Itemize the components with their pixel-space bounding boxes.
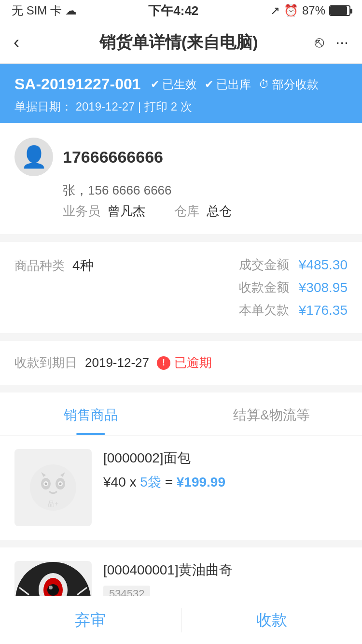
tabs-row: 销售商品 结算&物流等 xyxy=(0,392,362,435)
status-shipped: ✔ 已出库 xyxy=(205,77,251,92)
product-card: 品+ [0000002]面包 ¥40 x 5袋 = ¥199.99 xyxy=(0,435,362,540)
product-eq-1: = xyxy=(165,475,177,490)
tabs-section: 销售商品 结算&物流等 xyxy=(0,392,362,435)
product-price-1: ¥40 x 5袋 = ¥199.99 xyxy=(103,473,348,491)
owed-amount-value: ¥176.35 xyxy=(299,303,348,318)
type-label: 商品种类 xyxy=(14,257,65,274)
date-label: 单据日期： xyxy=(14,100,72,113)
type-count: 4种 xyxy=(72,256,94,275)
due-date-value: 2019-12-27 xyxy=(85,355,149,370)
back-button[interactable]: ‹ xyxy=(14,32,42,53)
date-separator: | xyxy=(138,100,144,113)
product-image-1: 品+ xyxy=(14,449,92,526)
more-button[interactable]: ··· xyxy=(335,33,348,51)
svg-text:品+: 品+ xyxy=(48,500,58,507)
product-unit-price-1: ¥40 x xyxy=(103,475,140,490)
customer-name: 张，156 6666 6666 xyxy=(14,182,348,199)
order-number: SA-20191227-001 xyxy=(14,75,141,93)
tab-settlement[interactable]: 结算&物流等 xyxy=(181,392,362,435)
svg-point-6 xyxy=(59,483,62,485)
warehouse-info: 仓库 总仓 xyxy=(174,203,232,220)
sales-label: 业务员 xyxy=(63,204,100,218)
status-time: 下午4:42 xyxy=(148,2,198,19)
export-button[interactable]: ⎋ xyxy=(315,33,324,51)
due-date-section: 收款到期日 2019-12-27 ! 已逾期 xyxy=(0,341,362,385)
cancel-review-button[interactable]: 弃审 xyxy=(0,600,181,641)
page-title: 销货单详情(来自电脑) xyxy=(99,31,258,54)
product-thumbnail-1: 品+ xyxy=(29,463,77,512)
battery-percent: 87% xyxy=(302,4,325,17)
customer-phone: 17666666666 xyxy=(63,148,163,167)
summary-section: 商品种类 4种 成交金额 ¥485.30 收款金额 ¥308.95 本单欠款 ¥… xyxy=(0,242,362,333)
location-icon: ↗ xyxy=(270,4,280,17)
warehouse-label: 仓库 xyxy=(174,204,199,218)
product-info-1: [0000002]面包 ¥40 x 5袋 = ¥199.99 xyxy=(103,449,348,491)
overdue-badge: ! 已逾期 xyxy=(157,354,212,371)
svg-point-5 xyxy=(45,483,47,485)
product-total-1: ¥199.99 xyxy=(177,475,225,490)
status-left: 无 SIM 卡 ☁ xyxy=(12,3,77,18)
svg-point-11 xyxy=(47,584,59,596)
received-amount-label: 收款金额 xyxy=(239,279,289,296)
due-date-label: 收款到期日 xyxy=(14,354,77,371)
customer-avatar: 👤 xyxy=(14,138,53,176)
product-type-info: 商品种类 4种 xyxy=(14,256,94,275)
product-name-1: [0000002]面包 xyxy=(103,449,348,467)
status-partial: ⏱ 部分收款 xyxy=(259,77,319,92)
print-info: 打印 2 次 xyxy=(144,100,192,113)
deal-amount-label: 成交金额 xyxy=(239,256,289,273)
warehouse-name: 总仓 xyxy=(207,204,232,218)
overdue-icon: ! xyxy=(157,356,170,370)
tab-active-indicator xyxy=(76,433,105,435)
avatar-icon: 👤 xyxy=(21,144,47,169)
sales-info: 业务员 曾凡杰 xyxy=(63,203,145,220)
deal-amount-value: ¥485.30 xyxy=(299,257,348,273)
deal-amount-row: 成交金额 ¥485.30 xyxy=(239,256,348,273)
sim-status: 无 SIM 卡 ☁ xyxy=(12,3,77,18)
clock-icon: ⏱ xyxy=(259,78,269,91)
battery-icon xyxy=(329,5,350,16)
owed-amount-label: 本单欠款 xyxy=(239,302,289,319)
product-qty-1: 5袋 xyxy=(140,475,161,490)
order-header-banner: SA-20191227-001 ✔ 已生效 ✔ 已出库 ⏱ 部分收款 单据日期：… xyxy=(0,64,362,123)
status-badges: ✔ 已生效 ✔ 已出库 ⏱ 部分收款 xyxy=(151,77,319,92)
nav-bar: ‹ 销货单详情(来自电脑) ⎋ ··· xyxy=(0,21,362,64)
alarm-icon: ⏰ xyxy=(284,4,298,17)
customer-meta: 业务员 曾凡杰 仓库 总仓 xyxy=(14,203,348,220)
amount-info: 成交金额 ¥485.30 收款金额 ¥308.95 本单欠款 ¥176.35 xyxy=(239,256,348,319)
owed-amount-row: 本单欠款 ¥176.35 xyxy=(239,302,348,319)
order-date: 2019-12-27 xyxy=(76,100,135,113)
collect-payment-button[interactable]: 收款 xyxy=(181,600,362,641)
status-bar: 无 SIM 卡 ☁ 下午4:42 ↗ ⏰ 87% xyxy=(0,0,362,21)
bottom-bar: 弃审 收款 xyxy=(0,596,362,644)
product-name-2: [000400001]黄油曲奇 xyxy=(103,561,348,579)
received-amount-value: ¥308.95 xyxy=(299,280,348,295)
nav-actions: ⎋ ··· xyxy=(315,33,348,51)
overdue-text: 已逾期 xyxy=(174,354,212,371)
order-date-info: 单据日期： 2019-12-27 | 打印 2 次 xyxy=(14,99,348,114)
sales-name: 曾凡杰 xyxy=(108,204,145,218)
check-icon-2: ✔ xyxy=(205,78,213,91)
check-icon-1: ✔ xyxy=(151,78,159,91)
status-right: ↗ ⏰ 87% xyxy=(270,4,350,17)
svg-point-12 xyxy=(49,586,53,589)
received-amount-row: 收款金额 ¥308.95 xyxy=(239,279,348,296)
customer-section: 👤 17666666666 张，156 6666 6666 业务员 曾凡杰 仓库… xyxy=(0,123,362,234)
status-effective: ✔ 已生效 xyxy=(151,77,197,92)
tab-sales-products[interactable]: 销售商品 xyxy=(0,392,181,435)
